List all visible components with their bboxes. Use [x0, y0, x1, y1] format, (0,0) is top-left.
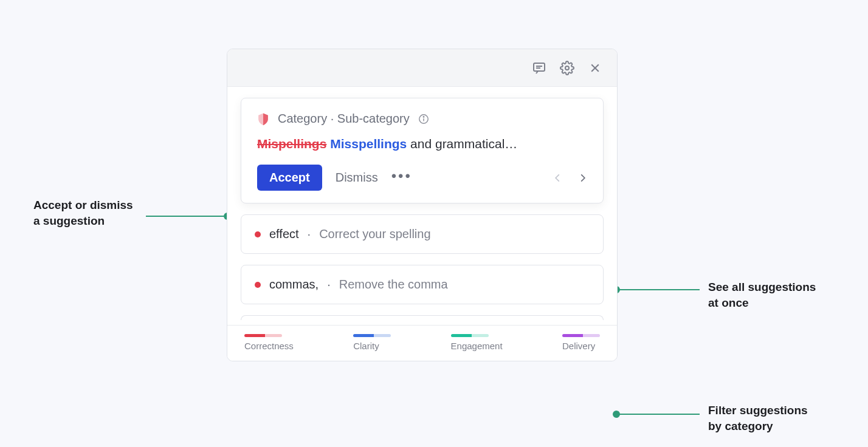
annotation-accept-dismiss: Accept or dismiss a suggestion: [33, 197, 133, 228]
filter-bar: [353, 334, 391, 337]
accept-button[interactable]: Accept: [257, 165, 322, 191]
filter-label: Engagement: [451, 341, 503, 351]
close-icon[interactable]: [588, 61, 602, 75]
strike-word: Mispellings: [257, 137, 326, 151]
panel-header: [227, 49, 617, 87]
filter-bar: [562, 334, 600, 337]
suggestion-desc: Correct your spelling: [319, 227, 430, 241]
filter-clarity[interactable]: Clarity: [353, 334, 391, 351]
filter-label: Correctness: [244, 341, 294, 351]
suggestion-card-collapsed[interactable]: effect · Correct your spelling: [241, 214, 604, 254]
connector-left: [146, 216, 225, 217]
svg-rect-0: [534, 63, 545, 71]
next-arrow-icon[interactable]: [579, 174, 587, 182]
suggestion-desc: Remove the comma: [339, 278, 448, 292]
separator: ·: [327, 278, 331, 292]
annotation-text-line1: Filter suggestions: [708, 404, 808, 417]
connector-right-top: [618, 289, 700, 290]
filter-footer: Correctness Clarity Engagement Delivery: [227, 325, 617, 361]
filter-bar: [451, 334, 489, 337]
svg-point-3: [565, 66, 569, 70]
suggestion-word: effect: [269, 227, 299, 241]
annotation-filter: Filter suggestions by category: [708, 403, 808, 434]
filter-bar: [244, 334, 282, 337]
filter-correctness[interactable]: Correctness: [244, 334, 294, 351]
svg-point-8: [423, 116, 424, 117]
correctness-dot-icon: [255, 282, 261, 288]
suggestion-card-expanded: Category · Sub-category Mispellings Miss…: [241, 98, 604, 203]
annotation-text-line2: by category: [708, 420, 773, 432]
actions-row: Accept Dismiss •••: [257, 165, 587, 191]
suggestion-word: commas,: [269, 278, 319, 292]
annotation-text-line1: Accept or dismiss: [33, 199, 133, 211]
gear-icon[interactable]: [560, 61, 574, 75]
info-icon[interactable]: [418, 114, 429, 125]
rest-text: and grammatical…: [410, 137, 517, 151]
connector-dot-right-bottom: [613, 411, 620, 418]
filter-label: Delivery: [562, 341, 600, 351]
correctness-dot-icon: [255, 231, 261, 237]
category-label: Category · Sub-category: [278, 112, 410, 126]
annotation-see-all: See all suggestions at once: [708, 279, 816, 310]
annotation-text-line2: a suggestion: [33, 214, 105, 227]
prev-arrow-icon[interactable]: [553, 174, 562, 182]
suggestions-panel: Category · Sub-category Mispellings Miss…: [227, 49, 618, 361]
filter-delivery[interactable]: Delivery: [562, 334, 600, 351]
suggestion-card-collapsed[interactable]: commas, · Remove the comma: [241, 265, 604, 304]
card-meta: Category · Sub-category: [257, 112, 587, 126]
replacement-word: Misspellings: [330, 137, 407, 151]
connector-right-bottom: [618, 414, 700, 415]
filter-label: Clarity: [353, 341, 391, 351]
separator: ·: [308, 227, 311, 241]
panel-body: Category · Sub-category Mispellings Miss…: [227, 87, 617, 325]
correction-text: Mispellings Misspellings and grammatical…: [257, 137, 587, 151]
suggestion-card-peek: [241, 315, 604, 320]
feedback-icon[interactable]: [532, 61, 546, 75]
shield-icon: [257, 112, 269, 126]
dismiss-button[interactable]: Dismiss: [336, 171, 378, 185]
annotation-text-line2: at once: [708, 296, 749, 309]
more-options-icon[interactable]: •••: [391, 169, 412, 187]
annotation-text-line1: See all suggestions: [708, 281, 816, 293]
filter-engagement[interactable]: Engagement: [451, 334, 503, 351]
nav-arrows: [553, 174, 587, 182]
